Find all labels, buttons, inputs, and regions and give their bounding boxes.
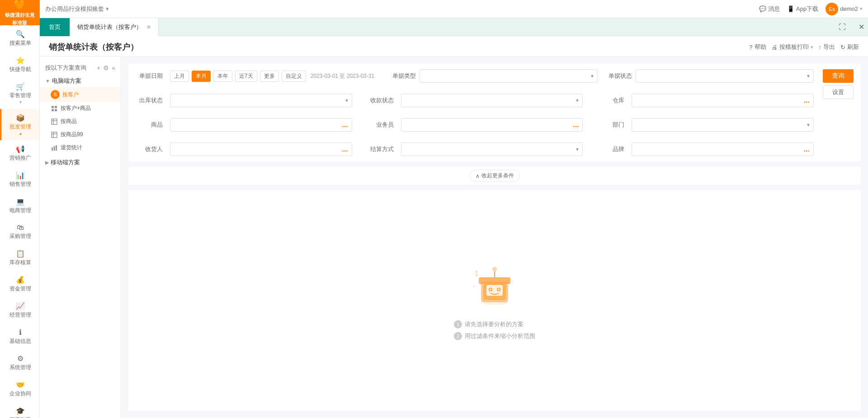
svg-point-20: [490, 289, 491, 290]
page-title: 销货单统计表（按客户）: [49, 42, 138, 52]
expand-icon: ▼: [45, 78, 50, 84]
sidebar-item-search[interactable]: 🔍 搜索菜单: [0, 25, 39, 52]
sidebar-item-inventory[interactable]: 📋 库存核算: [0, 245, 39, 271]
out-status-select[interactable]: ▾: [170, 94, 352, 107]
group-label: 移动端方案: [51, 158, 80, 166]
collapse-button[interactable]: ∧ 收起更多条件: [470, 170, 520, 182]
salesperson-input[interactable]: ...: [401, 118, 583, 132]
date-this-year[interactable]: 本年: [213, 71, 232, 82]
filter-row-2: 出库状态 ▾ 收款状态: [136, 94, 814, 107]
left-panel-title: 按以下方案查询: [45, 64, 86, 72]
filter-settings-button[interactable]: 设置: [823, 86, 854, 99]
settings-scheme-button[interactable]: ⚙: [103, 64, 109, 71]
doc-status-label: 单据状态: [605, 72, 632, 80]
right-panel: 单据日期 上月 本月 本年 近7天 更多 自定义 2023-03-01 至 20: [121, 57, 868, 418]
sidebar-item-shortcut[interactable]: ⭐ 快捷导航: [0, 52, 39, 78]
fullscreen-button[interactable]: ⛶: [833, 23, 851, 31]
sidebar-item-label: 电商管理: [3, 207, 38, 214]
app-download-button[interactable]: 📱 App下载: [787, 5, 818, 13]
tree-item-by-customer[interactable]: 客 按客户: [40, 87, 121, 102]
sidebar-item-finance[interactable]: 💰 资金管理: [0, 271, 39, 297]
dots-icon: ...: [573, 121, 579, 129]
active-scheme-icon: 客: [51, 90, 60, 99]
sidebar-item-purchase[interactable]: 🛍 采购管理: [0, 219, 39, 245]
settlement-select[interactable]: ▾: [401, 142, 583, 156]
message-button[interactable]: 💬 消息: [759, 5, 780, 13]
goods-label: 商品: [136, 121, 163, 129]
warehouse-input[interactable]: ...: [632, 94, 814, 107]
tab-sales-stats[interactable]: 销货单统计表（按客户） ✕: [70, 18, 159, 36]
window-close-button[interactable]: ✕: [855, 23, 868, 31]
help-button[interactable]: ? 帮助: [749, 43, 766, 51]
sidebar-item-retail[interactable]: 🛒 零售管理 ▾: [0, 78, 39, 109]
topbar-left: 办公用品行业模拟账套 ▾: [45, 5, 109, 13]
svg-rect-12: [56, 145, 57, 151]
dept-select[interactable]: ▾: [632, 118, 814, 132]
sidebar-item-label: 新手引导: [3, 416, 38, 418]
date-more[interactable]: 更多: [260, 71, 279, 82]
tree-item-return-stats[interactable]: 退货统计: [40, 141, 121, 154]
scheme-label: 按商品: [61, 118, 77, 125]
tab-home[interactable]: 首页: [40, 18, 70, 36]
user-menu[interactable]: Ea demo2 ▾: [826, 3, 863, 15]
svg-rect-1: [55, 106, 57, 108]
date-last-month[interactable]: 上月: [170, 71, 189, 82]
dots-icon: ...: [342, 145, 348, 153]
logo-icon: 🧡: [14, 0, 26, 11]
dots-icon: ...: [804, 145, 810, 153]
chevron-down-icon: ▾: [591, 73, 594, 79]
date-this-month[interactable]: 本月: [192, 71, 211, 82]
doc-status-select[interactable]: ▾: [636, 69, 814, 83]
tree-group-desktop: ▼ 电脑端方案 客 按客户 按客户: [40, 75, 121, 154]
sidebar-item-label: 零售管理: [3, 92, 38, 100]
tree-item-by-customer-goods[interactable]: 按客户+商品: [40, 102, 121, 115]
main-area: 办公用品行业模拟账套 ▾ 💬 消息 📱 App下载 Ea demo2 ▾: [40, 0, 868, 418]
svg-point-25: [512, 281, 514, 283]
expand-icon: ▶: [45, 160, 49, 166]
doc-type-select[interactable]: ▾: [420, 69, 598, 83]
sidebar-item-operations[interactable]: 📈 经营管理: [0, 297, 39, 323]
sidebar-item-ecommerce[interactable]: 💻 电商管理: [0, 193, 39, 219]
app-download-label: App下载: [796, 5, 818, 13]
sidebar-item-system[interactable]: ⚙ 系统管理: [0, 350, 39, 376]
collapse-row: ∧ 收起更多条件: [128, 167, 861, 185]
tree-group-mobile-title[interactable]: ▶ 移动端方案: [40, 156, 121, 169]
sidebar-item-sales[interactable]: 📊 销售管理: [0, 166, 39, 193]
refresh-button[interactable]: ↻ 刷新: [840, 43, 859, 51]
svg-rect-2: [52, 109, 54, 111]
app-name: 畅捷通好生意: [5, 12, 35, 19]
tree-item-by-goods[interactable]: 按商品: [40, 115, 121, 128]
basic-icon: ℹ: [3, 328, 38, 337]
sidebar-item-enterprise[interactable]: 🤝 企业协同: [0, 376, 39, 402]
query-button[interactable]: 查询: [823, 69, 854, 83]
sidebar-item-label: 系统管理: [3, 364, 38, 371]
sidebar-item-basic[interactable]: ℹ 基础信息: [0, 323, 39, 350]
add-scheme-button[interactable]: +: [97, 64, 100, 71]
sidebar-item-newbie[interactable]: 🎓 新手引导: [0, 402, 39, 418]
date-custom[interactable]: 自定义: [282, 71, 306, 82]
tip-num-1: 1: [454, 320, 462, 328]
inventory-icon: 📋: [3, 249, 38, 258]
export-button[interactable]: ↑ 导出: [819, 43, 835, 51]
recipient-input[interactable]: ...: [170, 142, 352, 156]
avatar-text: Ea: [829, 6, 835, 12]
print-icon: 🖨: [772, 44, 778, 51]
brand-input[interactable]: ...: [632, 142, 814, 156]
sidebar-item-label: 销售管理: [3, 180, 38, 188]
print-button[interactable]: 🖨 按模板打印 ▾: [772, 43, 813, 51]
collapse-panel-button[interactable]: «: [112, 64, 115, 71]
content-body: 按以下方案查询 + ⚙ « ▼ 电脑端方案: [40, 57, 868, 418]
tab-close-button[interactable]: ✕: [146, 24, 151, 30]
tree-item-by-goods-99[interactable]: 按商品99: [40, 128, 121, 141]
date-last-7[interactable]: 近7天: [235, 71, 257, 82]
tree-group-desktop-title[interactable]: ▼ 电脑端方案: [40, 75, 121, 87]
collapse-label: 收起更多条件: [481, 172, 514, 180]
collect-status-select[interactable]: ▾: [401, 94, 583, 107]
search-icon: 🔍: [3, 30, 38, 38]
left-panel-actions: + ⚙ «: [97, 64, 115, 71]
goods-input[interactable]: ...: [170, 118, 352, 132]
sidebar-item-marketing[interactable]: 📢 营销推广: [0, 140, 39, 166]
sidebar-item-wholesale[interactable]: 📦 批发管理 ▴: [0, 109, 39, 140]
dept-label: 部门: [597, 121, 624, 129]
account-selector[interactable]: 办公用品行业模拟账套 ▾: [45, 5, 109, 13]
